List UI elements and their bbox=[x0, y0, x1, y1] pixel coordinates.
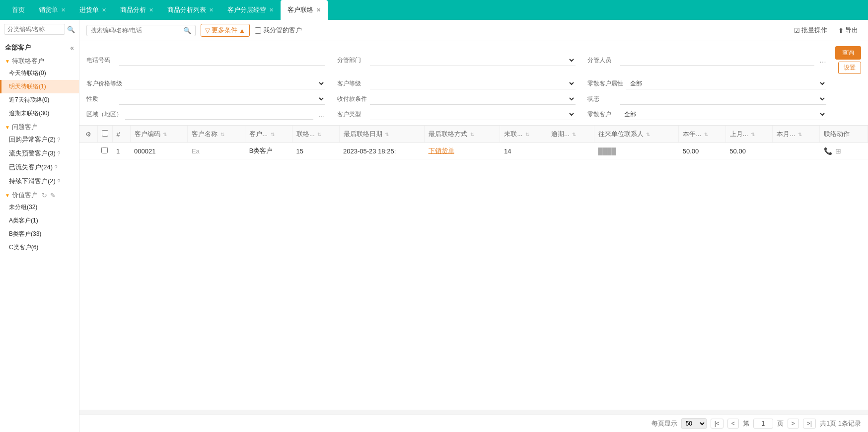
nav-customer-layer[interactable]: 客户分层经营 ✕ bbox=[220, 0, 281, 20]
sort-icon: ⇅ bbox=[572, 132, 576, 137]
overdue-column-header[interactable]: 逾期... ⇅ bbox=[547, 126, 594, 143]
all-customers-header[interactable]: 全部客户 « bbox=[0, 39, 79, 54]
last-month-column-header[interactable]: 上月... ⇅ bbox=[725, 126, 773, 143]
last-date-column-header[interactable]: 最后联络日期 ⇅ bbox=[339, 126, 425, 143]
sidebar-item-overdue[interactable]: 逾期未联络(30) bbox=[0, 107, 79, 120]
customer-level-select[interactable] bbox=[370, 78, 576, 89]
grid-icon[interactable]: ⊞ bbox=[835, 147, 841, 155]
first-page-button[interactable]: |< bbox=[711, 419, 723, 429]
close-icon[interactable]: ✕ bbox=[209, 7, 214, 13]
sidebar-search-input[interactable] bbox=[4, 24, 65, 35]
no-contact-column-header[interactable]: 未联... ⇅ bbox=[500, 126, 547, 143]
sidebar-item-repurchase[interactable]: 回购异常客户(2) ? bbox=[0, 133, 79, 146]
payment-select[interactable] bbox=[370, 93, 576, 105]
sidebar-item-declining[interactable]: 持续下滑客户(2) ? bbox=[0, 174, 79, 188]
table-wrap: ⚙ # 客户编码 ⇅ 客户名称 ⇅ 客户... ⇅ 联络... ⇅ 最后联络日期… bbox=[79, 126, 868, 410]
close-icon[interactable]: ✕ bbox=[316, 7, 321, 13]
sidebar-item-class-b[interactable]: B类客户(33) bbox=[0, 227, 79, 241]
sidebar-item-churn-warn[interactable]: 流失预警客户(3) ? bbox=[0, 146, 79, 160]
edit-icon[interactable]: ✎ bbox=[50, 192, 56, 199]
prev-page-button[interactable]: < bbox=[727, 419, 739, 429]
last-method-link[interactable]: 下销货单 bbox=[429, 147, 454, 154]
checkbox-column-header[interactable] bbox=[97, 126, 112, 143]
nav-purchase[interactable]: 进货单 ✕ bbox=[72, 0, 113, 20]
region-input[interactable] bbox=[125, 109, 313, 120]
my-customers-checkbox[interactable] bbox=[255, 27, 261, 34]
sidebar-item-tomorrow[interactable]: 明天待联络(1) bbox=[0, 80, 79, 93]
sidebar-item-class-c[interactable]: C类客户(6) bbox=[0, 241, 79, 254]
close-icon[interactable]: ✕ bbox=[269, 7, 274, 13]
retail-select[interactable]: 全部 bbox=[620, 109, 826, 120]
settings-button[interactable]: 设置 bbox=[838, 62, 861, 74]
person-input[interactable] bbox=[620, 55, 814, 66]
nav-product-analysis-list[interactable]: 商品分析列表 ✕ bbox=[160, 0, 220, 20]
unit-contact-column-header[interactable]: 往来单位联系人 ⇅ bbox=[594, 126, 679, 143]
retail-attr-select[interactable]: 全部 bbox=[626, 78, 826, 89]
sort-icon: ⇅ bbox=[751, 132, 755, 137]
name-column-header[interactable]: 客户名称 ⇅ bbox=[188, 126, 245, 143]
row-gear bbox=[79, 143, 97, 159]
nav-sales[interactable]: 销货单 ✕ bbox=[32, 0, 72, 20]
search-icon[interactable]: 🔍 bbox=[183, 27, 191, 34]
row-select-checkbox[interactable] bbox=[101, 147, 108, 153]
type-column-header[interactable]: 客户... ⇅ bbox=[245, 126, 292, 143]
page-number-input[interactable] bbox=[753, 419, 773, 429]
batch-op-button[interactable]: ☑ 批量操作 bbox=[791, 24, 830, 36]
status-select[interactable] bbox=[620, 93, 826, 105]
per-page-select[interactable]: 10 20 50 100 bbox=[681, 418, 707, 429]
num-column-header: # bbox=[112, 126, 130, 143]
phone-icon[interactable]: 📞 bbox=[824, 147, 832, 155]
action-icons: 📞 ⊞ bbox=[824, 147, 864, 155]
this-year-column-header[interactable]: 本年... ⇅ bbox=[679, 126, 726, 143]
region-dots-icon[interactable]: … bbox=[318, 111, 325, 119]
filter-row-3: 性质 收付款条件 状态 bbox=[86, 93, 861, 105]
phone-input[interactable] bbox=[119, 55, 325, 66]
nature-select[interactable] bbox=[119, 93, 325, 105]
more-filter-button[interactable]: ▽ 更多条件 ▲ bbox=[201, 24, 250, 37]
per-page-label: 每页显示 bbox=[651, 419, 677, 428]
sidebar-group-value: ▼ 价值客户 ↻ ✎ bbox=[0, 188, 79, 201]
top-nav: 首页 销货单 ✕ 进货单 ✕ 商品分析 ✕ 商品分析列表 ✕ 客户分层经营 ✕ … bbox=[0, 0, 868, 20]
sidebar-item-ungrouped[interactable]: 未分组(32) bbox=[0, 201, 79, 214]
nav-customer-contact[interactable]: 客户联络 ✕ bbox=[281, 0, 328, 20]
refresh-icon[interactable]: ↻ bbox=[42, 192, 47, 199]
row-checkbox[interactable] bbox=[97, 143, 112, 159]
sidebar-item-today[interactable]: 今天待联络(0) bbox=[0, 67, 79, 80]
close-icon[interactable]: ✕ bbox=[102, 7, 106, 13]
query-button[interactable]: 查询 bbox=[835, 46, 861, 60]
last-method-column-header[interactable]: 最后联络方式 ⇅ bbox=[425, 126, 500, 143]
export-icon: ⬆ bbox=[838, 27, 844, 34]
last-page-button[interactable]: >| bbox=[803, 419, 816, 429]
filter-person: 分管人员 … bbox=[587, 55, 826, 66]
nav-product-analysis[interactable]: 商品分析 ✕ bbox=[113, 0, 160, 20]
customer-type-select[interactable] bbox=[370, 109, 576, 120]
nav-home[interactable]: 首页 bbox=[5, 0, 32, 20]
row-last-method[interactable]: 下销货单 bbox=[425, 143, 500, 159]
sidebar-item-lost[interactable]: 已流失客户(24) ? bbox=[0, 160, 79, 174]
row-name[interactable]: Ea bbox=[188, 143, 245, 159]
search-bar-right: ☑ 批量操作 ⬆ 导出 bbox=[791, 24, 861, 36]
code-column-header[interactable]: 客户编码 ⇅ bbox=[130, 126, 188, 143]
export-button[interactable]: ⬆ 导出 bbox=[835, 24, 861, 36]
row-no-contact: 14 bbox=[500, 143, 547, 159]
gear-column-header[interactable]: ⚙ bbox=[79, 126, 97, 143]
sidebar-search-icon[interactable]: 🔍 bbox=[67, 26, 75, 33]
close-icon[interactable]: ✕ bbox=[149, 7, 153, 13]
next-page-button[interactable]: > bbox=[788, 419, 799, 429]
collapse-icon[interactable]: « bbox=[70, 44, 74, 52]
this-month-column-header[interactable]: 本月... ⇅ bbox=[773, 126, 820, 143]
select-all-checkbox[interactable] bbox=[102, 130, 108, 137]
more-dots-icon[interactable]: … bbox=[819, 56, 826, 64]
triangle-icon: ▼ bbox=[5, 125, 10, 130]
dept-select[interactable] bbox=[370, 55, 576, 66]
sidebar-item-7days[interactable]: 近7天待联络(0) bbox=[0, 93, 79, 107]
close-icon[interactable]: ✕ bbox=[61, 7, 66, 13]
contact-column-header[interactable]: 联络... ⇅ bbox=[292, 126, 339, 143]
horizontal-scrollbar[interactable] bbox=[79, 410, 868, 415]
filter-price-level: 客户价格等级 bbox=[86, 78, 325, 89]
search-input[interactable] bbox=[91, 27, 183, 34]
my-customers-checkbox-wrap[interactable]: 我分管的客户 bbox=[255, 26, 302, 35]
sidebar-item-class-a[interactable]: A类客户(1) bbox=[0, 214, 79, 227]
row-this-month bbox=[773, 143, 820, 159]
price-level-select[interactable] bbox=[125, 78, 325, 89]
